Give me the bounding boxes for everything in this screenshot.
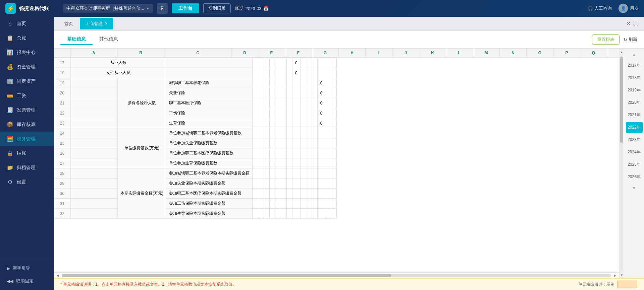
cell-31-d[interactable] [253, 199, 258, 209]
scroll-left-icon[interactable]: ◀ [55, 274, 60, 277]
cell-26-n[interactable] [312, 148, 317, 158]
cell-21-i[interactable] [281, 98, 287, 108]
cell-32-l[interactable] [300, 209, 306, 219]
cell-17-i[interactable] [281, 58, 287, 68]
cell-26-d[interactable] [253, 148, 258, 158]
cell-18-e[interactable] [258, 68, 264, 78]
cell-20-p[interactable] [325, 88, 331, 98]
cell-27-g[interactable] [270, 158, 275, 168]
cell-18-c[interactable] [166, 68, 253, 78]
cell-17-l[interactable] [300, 58, 306, 68]
company-selector[interactable]: 中审众环会计师事务所（特殊普通合伙... ▼ [63, 4, 153, 13]
cell-21-l[interactable] [300, 98, 306, 108]
cell-19-g[interactable] [270, 78, 275, 88]
sidebar-item-funds[interactable]: 💰 资金管理 [0, 60, 54, 74]
cell-25-q[interactable] [331, 138, 337, 148]
cell-29-q[interactable] [331, 178, 337, 189]
cell-18-n[interactable] [312, 68, 317, 78]
sidebar-item-settings[interactable]: ⚙ 设置 [0, 175, 54, 189]
cell-29-a[interactable] [71, 178, 118, 189]
cell-27-a[interactable] [71, 158, 118, 168]
cell-27-e[interactable] [258, 158, 264, 168]
sidebar-item-close[interactable]: 🔒 结账 [0, 146, 54, 160]
cell-26-j[interactable] [287, 148, 292, 158]
cell-20-d[interactable] [253, 88, 258, 98]
year-item-2024[interactable]: 2024年 [626, 147, 643, 158]
scroll-up-icon[interactable]: ▲ [620, 49, 624, 55]
cell-32-j[interactable] [287, 209, 292, 219]
cell-23-q[interactable] [331, 118, 337, 128]
cell-21-o[interactable]: 0 [317, 98, 325, 108]
cell-22-d[interactable] [253, 108, 258, 118]
cell-26-q[interactable] [331, 148, 337, 158]
cell-28-o[interactable] [317, 168, 325, 178]
sidebar-item-reports[interactable]: 📊 报表中心 [0, 45, 54, 60]
cell-22-e[interactable] [258, 108, 264, 118]
cell-28-f[interactable] [264, 168, 270, 178]
cell-18-h[interactable] [275, 68, 281, 78]
cell-29-p[interactable] [325, 178, 331, 189]
cell-19-l[interactable] [300, 78, 306, 88]
cell-24-k[interactable] [292, 128, 301, 138]
cell-17-k[interactable]: 0 [292, 58, 301, 68]
cell-25-i[interactable] [281, 138, 287, 148]
cell-19-n[interactable] [312, 78, 317, 88]
cell-24-n[interactable] [312, 128, 317, 138]
cell-27-j[interactable] [287, 158, 292, 168]
cell-17-n[interactable] [312, 58, 317, 68]
cell-19-f[interactable] [264, 78, 270, 88]
cell-27-i[interactable] [281, 158, 287, 168]
cell-25-m[interactable] [306, 138, 312, 148]
window-expand-icon[interactable]: ⛶ [633, 20, 639, 27]
cell-31-a[interactable] [71, 199, 118, 209]
cell-23-c[interactable]: 生育保险 [166, 118, 253, 128]
cell-21-k[interactable] [292, 98, 301, 108]
cell-30-h[interactable] [275, 189, 281, 199]
cell-28-d[interactable] [253, 168, 258, 178]
cell-29-g[interactable] [270, 178, 275, 189]
cell-28-g[interactable] [270, 168, 275, 178]
sidebar-item-inventory[interactable]: 📦 库存核算 [0, 117, 54, 132]
cell-22-j[interactable] [287, 108, 292, 118]
cell-20-c[interactable]: 失业保险 [166, 88, 253, 98]
sidebar-item-home[interactable]: ⌂ 首页 [0, 17, 54, 31]
cell-22-h[interactable] [275, 108, 281, 118]
cell-17-a[interactable]: 从业人数 [71, 58, 166, 68]
sidebar-item-tax[interactable]: 🧮 税务管理 [0, 132, 54, 146]
cell-20-g[interactable] [270, 88, 275, 98]
cell-23-a[interactable] [71, 118, 118, 128]
cell-18-i[interactable] [281, 68, 287, 78]
cell-30-d[interactable] [253, 189, 258, 199]
cell-24-f[interactable] [264, 128, 270, 138]
cell-28-m[interactable] [306, 168, 312, 178]
cell-30-i[interactable] [281, 189, 287, 199]
cell-28-n[interactable] [312, 168, 317, 178]
cell-24-j[interactable] [287, 128, 292, 138]
cell-20-e[interactable] [258, 88, 264, 98]
cell-22-f[interactable] [264, 108, 270, 118]
cell-30-j[interactable] [287, 189, 292, 199]
cell-17-f[interactable] [264, 58, 270, 68]
cell-27-p[interactable] [325, 158, 331, 168]
cell-23-p[interactable] [325, 118, 331, 128]
cell-18-j[interactable] [287, 68, 292, 78]
cell-29-n[interactable] [312, 178, 317, 189]
cell-21-f[interactable] [264, 98, 270, 108]
year-item-2025[interactable]: 2025年 [626, 159, 643, 170]
cell-17-h[interactable] [275, 58, 281, 68]
cell-19-d[interactable] [253, 78, 258, 88]
cell-21-m[interactable] [306, 98, 312, 108]
cell-30-e[interactable] [258, 189, 264, 199]
cell-27-m[interactable] [306, 158, 312, 168]
cell-28-k[interactable] [292, 168, 301, 178]
year-item-2022[interactable]: 2022年 [626, 122, 643, 133]
cell-19-e[interactable] [258, 78, 264, 88]
cell-25-j[interactable] [287, 138, 292, 148]
cell-31-p[interactable] [325, 199, 331, 209]
cell-29-o[interactable] [317, 178, 325, 189]
year-item-2023[interactable]: 2023年 [626, 134, 643, 145]
cell-25-k[interactable] [292, 138, 301, 148]
cell-26-a[interactable] [71, 148, 118, 158]
cell-31-f[interactable] [264, 199, 270, 209]
cell-19-h[interactable] [275, 78, 281, 88]
